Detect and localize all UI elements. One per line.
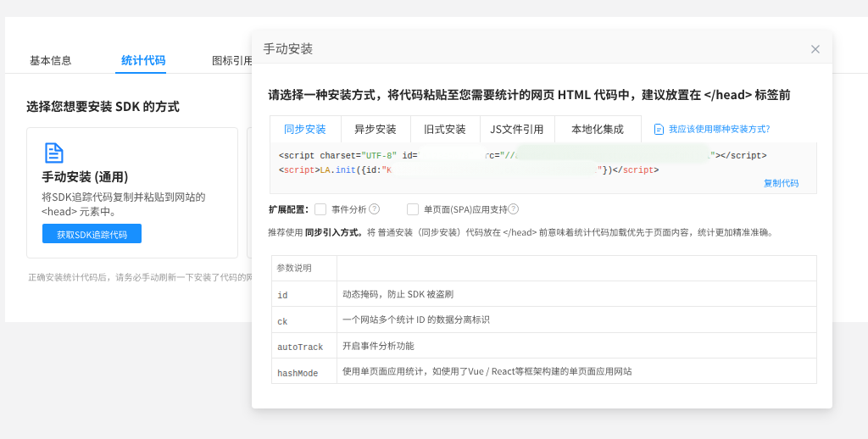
svg-text:?: ?	[372, 204, 376, 213]
svg-text:?: ?	[511, 204, 515, 213]
